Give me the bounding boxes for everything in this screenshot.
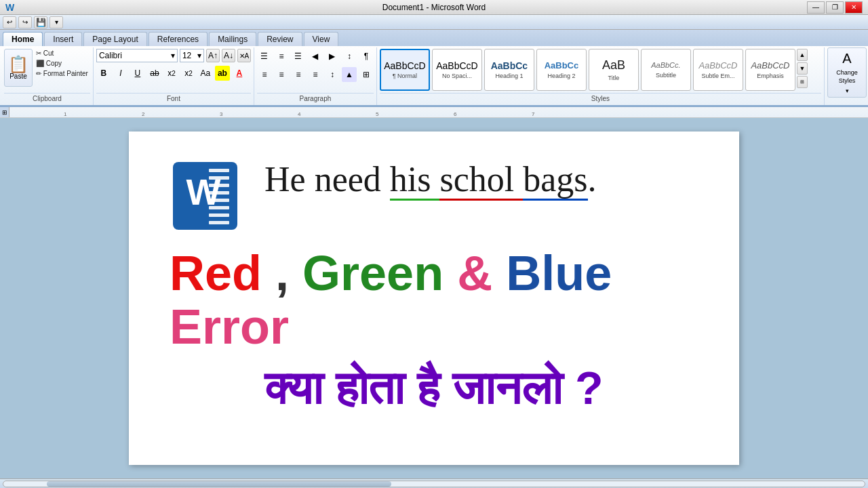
line-spacing-button[interactable]: ↕: [325, 67, 340, 82]
shrink-font-button[interactable]: A↓: [222, 49, 235, 62]
decrease-indent-button[interactable]: ◀: [308, 49, 323, 64]
align-center-button[interactable]: ≡: [274, 67, 289, 82]
paste-label: Paste: [9, 73, 27, 80]
strikethrough-button[interactable]: ab: [147, 66, 162, 81]
copy-button[interactable]: ⬛ Copy: [34, 59, 90, 68]
styles-expand-button[interactable]: ⊞: [797, 76, 808, 88]
style-emphasis[interactable]: AaBbCcD Emphasis: [745, 49, 795, 91]
show-marks-button[interactable]: ¶: [359, 49, 374, 64]
clipboard-group: 📋 Paste ✂ ✂ CutCut ⬛ Copy ✏ Format Paint…: [1, 47, 94, 105]
svg-rect-8: [209, 214, 229, 217]
font-name-select[interactable]: Calibri ▾: [96, 49, 178, 62]
scrollbar-track[interactable]: [3, 481, 865, 487]
style-heading2[interactable]: AaBbCc Heading 2: [536, 49, 587, 91]
borders-button[interactable]: ⊞: [359, 67, 374, 82]
grow-font-button[interactable]: A↑: [206, 49, 220, 62]
main-sentence: He need his schol bags.: [264, 159, 698, 201]
svg-rect-6: [209, 199, 229, 202]
change-styles-button[interactable]: A ChangeStyles ▾: [827, 47, 867, 98]
tab-references[interactable]: References: [149, 32, 208, 46]
sentence-part-schol: schol: [439, 160, 523, 201]
tab-page-layout[interactable]: Page Layout: [83, 32, 146, 46]
tab-insert[interactable]: Insert: [44, 32, 82, 46]
doc-header: W He need his schol bags.: [170, 159, 698, 233]
clipboard-label: Clipboard: [4, 93, 90, 104]
align-left-button[interactable]: ≡: [257, 67, 272, 82]
style-no-spacing[interactable]: AaBbCcD No Spaci...: [432, 49, 482, 91]
sentence-part-he-need: He need: [264, 160, 390, 199]
restore-button[interactable]: ❐: [826, 1, 844, 14]
svg-rect-9: [209, 221, 229, 224]
shading-button[interactable]: ▲: [342, 67, 357, 82]
undo-button[interactable]: ↩: [3, 16, 16, 28]
hindi-line: क्या होता है जानलो ?: [170, 361, 698, 416]
text-blue: Blue: [506, 246, 612, 300]
tab-review[interactable]: Review: [258, 32, 302, 46]
doc-sentence-area: He need his schol bags.: [264, 159, 698, 201]
redo-button[interactable]: ↪: [18, 16, 32, 28]
svg-rect-2: [209, 169, 229, 172]
document-area: W He need his schol bags.: [0, 118, 868, 479]
horizontal-scrollbar[interactable]: [0, 479, 868, 488]
styles-down-button[interactable]: ▼: [797, 62, 808, 75]
superscript-button[interactable]: x2: [181, 66, 196, 81]
text-ampersand: &: [443, 246, 506, 300]
svg-rect-7: [209, 206, 229, 209]
paragraph-label: Paragraph: [257, 93, 374, 104]
save-button[interactable]: 💾: [34, 16, 47, 28]
tab-home[interactable]: Home: [3, 32, 43, 46]
tab-view[interactable]: View: [304, 32, 339, 46]
font-size-select[interactable]: 12 ▾: [180, 49, 204, 62]
cut-button[interactable]: ✂ ✂ CutCut: [34, 49, 90, 58]
align-right-button[interactable]: ≡: [291, 67, 306, 82]
styles-navigation: ▲ ▼ ⊞: [797, 49, 808, 88]
sort-button[interactable]: ↕: [342, 49, 357, 64]
svg-rect-5: [209, 191, 229, 195]
subscript-button[interactable]: x2: [164, 66, 179, 81]
clear-format-button[interactable]: ✕A: [237, 49, 251, 62]
style-heading1[interactable]: AaBbCc Heading 1: [484, 49, 534, 91]
paragraph-group: ☰ ≡ ☰ ◀ ▶ ↕ ¶ ≡ ≡ ≡ ≡ ↕ ▲: [254, 47, 377, 105]
format-painter-button[interactable]: ✏ Format Painter: [34, 69, 90, 78]
tab-bar: Home Insert Page Layout References Maili…: [0, 30, 868, 46]
sentence-part-period: .: [588, 160, 597, 199]
text-green: Green: [302, 246, 443, 300]
justify-button[interactable]: ≡: [308, 67, 323, 82]
change-styles-icon: A: [842, 51, 851, 66]
style-title[interactable]: AaB Title: [589, 49, 639, 91]
svg-rect-3: [209, 176, 229, 180]
sentence-part-his: his: [390, 160, 440, 201]
text-highlight-button[interactable]: ab: [215, 66, 230, 81]
styles-label: Styles: [380, 93, 821, 104]
style-normal[interactable]: AaBbCcD ¶ Normal: [380, 49, 430, 91]
style-subtitle[interactable]: AaBbCc. Subtitle: [641, 49, 691, 91]
ribbon: Home Insert Page Layout References Maili…: [0, 30, 868, 107]
multilevel-button[interactable]: ☰: [291, 49, 306, 64]
paste-button[interactable]: 📋 Paste: [4, 49, 33, 87]
bullets-button[interactable]: ☰: [257, 49, 272, 64]
font-color-button[interactable]: A: [232, 66, 247, 81]
numbering-button[interactable]: ≡: [274, 49, 289, 64]
sentence-part-bags: bags: [523, 160, 587, 201]
text-red: Red: [170, 246, 262, 300]
bold-button[interactable]: B: [96, 66, 111, 81]
italic-button[interactable]: I: [113, 66, 128, 81]
svg-rect-4: [209, 184, 229, 187]
tab-mailings[interactable]: Mailings: [209, 32, 256, 46]
increase-indent-button[interactable]: ▶: [325, 49, 340, 64]
scrollbar-thumb[interactable]: [47, 481, 391, 487]
text-comma: ,: [262, 246, 302, 300]
minimize-button[interactable]: —: [807, 1, 825, 14]
ribbon-content: 📋 Paste ✂ ✂ CutCut ⬛ Copy ✏ Format Paint…: [0, 46, 868, 106]
style-subtle-emphasis[interactable]: AaBbCcD Subtle Em...: [693, 49, 743, 91]
change-styles-arrow: ▾: [846, 87, 849, 94]
close-button[interactable]: ✕: [845, 1, 863, 14]
styles-up-button[interactable]: ▲: [797, 49, 808, 61]
underline-button[interactable]: U: [130, 66, 145, 81]
colored-line: Red , Green & Blue Error: [170, 247, 698, 354]
change-case-button[interactable]: Aa: [198, 66, 213, 81]
quick-access-more-button[interactable]: ▾: [50, 16, 63, 28]
ruler-corner[interactable]: ⊞: [0, 107, 9, 117]
styles-group: AaBbCcD ¶ Normal AaBbCcD No Spaci... AaB…: [377, 47, 825, 105]
font-label: Font: [96, 93, 251, 104]
